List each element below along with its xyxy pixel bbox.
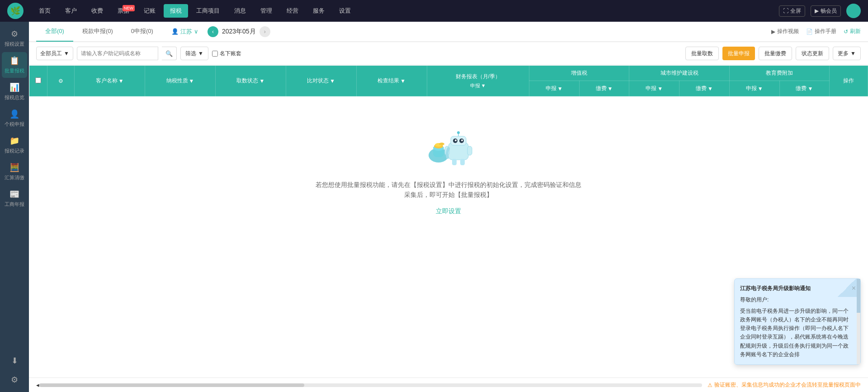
nav-customer[interactable]: 客户 <box>59 4 83 18</box>
svg-rect-17 <box>460 159 465 165</box>
sidebar-item-tax-records[interactable]: 📁 报税记录 <box>2 132 27 158</box>
svg-rect-16 <box>452 159 457 165</box>
employee-select-label: 全部员工 <box>40 50 62 57</box>
notification-scrollbar[interactable] <box>857 279 860 365</box>
annual-report-icon: 📰 <box>9 189 19 199</box>
sidebar-item-bottom-settings[interactable]: ⚙ <box>2 371 27 388</box>
member-button[interactable]: ▶ 畅会员 <box>811 5 841 17</box>
tab-tax-declare[interactable]: 税款申报(0) <box>73 22 122 42</box>
filter-button[interactable]: 筛选 ▼ <box>180 47 208 60</box>
employee-select-icon: ▼ <box>64 50 69 57</box>
date-next-button[interactable]: › <box>259 26 270 37</box>
sidebar-item-download[interactable]: ⬇ <box>2 352 27 369</box>
edu-declare-filter-icon: ▼ <box>758 86 763 92</box>
region-selector[interactable]: 👤 江苏 ∨ <box>171 28 198 36</box>
nav-operation[interactable]: 经营 <box>280 4 305 18</box>
warning-icon: ⚠ <box>708 382 712 388</box>
logo-icon: 🌿 <box>10 6 20 16</box>
th-check-result: 检查结果 ▼ <box>356 66 427 96</box>
nav-accounting[interactable]: 记账 <box>137 4 162 18</box>
filter-icon: ▼ <box>118 78 124 84</box>
more-button[interactable]: 更多 ▼ <box>833 47 861 60</box>
account-checkbox[interactable] <box>212 51 218 57</box>
svg-point-10 <box>455 139 457 141</box>
th-vat-declare: 申报 ▼ <box>529 81 579 96</box>
notification-greeting: 尊敬的用户: <box>740 296 855 304</box>
nav-invoice[interactable]: 票据 NEW <box>111 4 136 18</box>
scroll-left-arrow: ◂ <box>36 382 39 388</box>
sidebar-item-tax-overview[interactable]: 📊 报税总览 <box>2 79 27 105</box>
fetch-status-filter-icon: ▼ <box>259 78 264 84</box>
search-input[interactable] <box>77 47 158 60</box>
op-manual[interactable]: 📄 操作手册 <box>806 28 836 35</box>
setup-link[interactable]: 立即设置 <box>436 207 461 215</box>
batch-fetch-button[interactable]: 批量取数 <box>685 47 719 60</box>
sidebar-item-settlement[interactable]: 🧮 汇算清缴 <box>2 159 27 185</box>
vat-declare-filter-icon: ▼ <box>557 86 563 92</box>
th-edu-pay: 缴费 ▼ <box>779 81 830 96</box>
nav-business[interactable]: 工商项目 <box>190 4 226 18</box>
fullscreen-button[interactable]: ⛶ 全屏 <box>779 5 805 17</box>
member-icon: ▶ <box>815 8 819 14</box>
sidebar-item-tax-settings[interactable]: ⚙ 报税设置 <box>2 25 27 51</box>
nav-service[interactable]: 服务 <box>307 4 331 18</box>
status-update-button[interactable]: 状态更新 <box>796 47 829 60</box>
nav-settings[interactable]: 设置 <box>333 4 357 18</box>
logo[interactable]: 🌿 <box>7 3 24 19</box>
batch-tax-icon: 📋 <box>9 56 19 66</box>
th-financial-report: 财务报表（月/季） 申报 ▼ <box>427 66 529 96</box>
nav-billing[interactable]: 收费 <box>85 4 109 18</box>
region-label: 江苏 <box>180 28 192 36</box>
bottom-settings-icon: ⚙ <box>11 375 18 385</box>
svg-point-13 <box>457 131 460 134</box>
bottom-bar: ◂ ⚠ 验证账密、采集信息均成功的企业才会流转至批量报税页面中 <box>29 378 868 392</box>
select-all-checkbox[interactable] <box>35 77 41 83</box>
op-video[interactable]: ▶ 操作视频 <box>771 28 799 35</box>
nav-tax[interactable]: 报税 <box>164 4 188 18</box>
left-sidebar: ⚙ 报税设置 📋 批量报税 📊 报税总览 👤 个税申报 📁 报税记录 🧮 汇算清… <box>0 22 29 392</box>
sidebar-item-batch-tax[interactable]: 📋 批量报税 <box>2 52 27 78</box>
empty-state-cell: 若您想使用批量报税功能，请先在【报税设置】中进行报税的初始化设置，完成密码验证和… <box>29 96 868 243</box>
batch-declare-button[interactable]: 批量申报 <box>722 47 755 60</box>
date-display: 2023年05月 <box>222 28 256 36</box>
refresh-button[interactable]: ↺ 刷新 <box>844 28 861 35</box>
sidebar-item-personal-tax[interactable]: 👤 个税申报 <box>2 105 27 131</box>
manual-icon: 📄 <box>806 29 813 35</box>
filter-row: 全部员工 ▼ 🔍 筛选 ▼ 名下账套 批量取数 批量申报 批量缴费 状态更新 <box>29 42 868 65</box>
th-edu-group: 教育费附加 <box>729 66 829 81</box>
search-button[interactable]: 🔍 <box>162 47 177 60</box>
region-dropdown-icon: ∨ <box>194 28 198 35</box>
nav-management[interactable]: 管理 <box>254 4 278 18</box>
tax-overview-icon: 📊 <box>9 82 19 92</box>
user-avatar[interactable] <box>846 4 861 18</box>
nav-message[interactable]: 消息 <box>228 4 252 18</box>
vat-pay-filter-icon: ▼ <box>608 86 613 92</box>
header-section: 全部(0) 税款申报(0) 0申报(0) 👤 江苏 ∨ ‹ 2023年05月 › <box>29 22 868 42</box>
bottom-scrollbar[interactable] <box>39 383 702 387</box>
th-settings: ⚙ <box>47 66 75 96</box>
bottom-scrollbar-thumb <box>39 383 304 387</box>
compare-status-filter-icon: ▼ <box>330 78 335 84</box>
th-customer-name: 客户名称 ▼ <box>75 66 145 96</box>
date-prev-button[interactable]: ‹ <box>208 26 218 37</box>
employee-select[interactable]: 全部员工 ▼ <box>36 47 73 60</box>
filter-label: 筛选 <box>185 50 196 57</box>
tab-all[interactable]: 全部(0) <box>36 22 73 42</box>
sidebar-item-annual-report[interactable]: 📰 工商年报 <box>2 186 27 211</box>
svg-rect-15 <box>467 146 472 155</box>
th-settings-icon: ⚙ <box>58 78 63 84</box>
tabs-group: 全部(0) 税款申报(0) 0申报(0) <box>36 22 162 42</box>
download-icon: ⬇ <box>11 356 18 366</box>
notification-scrollbar-thumb <box>857 279 860 313</box>
empty-message: 若您想使用批量报税功能，请先在【报税设置】中进行报税的初始化设置，完成密码验证和… <box>313 180 584 200</box>
th-city-group: 城市维护建设税 <box>629 66 729 81</box>
city-declare-filter-icon: ▼ <box>657 86 663 92</box>
tab-zero-declare[interactable]: 0申报(0) <box>122 22 162 42</box>
nav-home[interactable]: 首页 <box>33 4 57 18</box>
batch-pay-button[interactable]: 批量缴费 <box>759 47 792 60</box>
nav-right: ⛶ 全屏 ▶ 畅会员 <box>779 4 861 18</box>
th-city-declare: 申报 ▼ <box>629 81 679 96</box>
empty-state: 若您想使用批量报税功能，请先在【报税设置】中进行报税的初始化设置，完成密码验证和… <box>29 96 868 243</box>
new-badge: NEW <box>123 5 135 11</box>
account-checkbox-label[interactable]: 名下账套 <box>212 50 241 57</box>
